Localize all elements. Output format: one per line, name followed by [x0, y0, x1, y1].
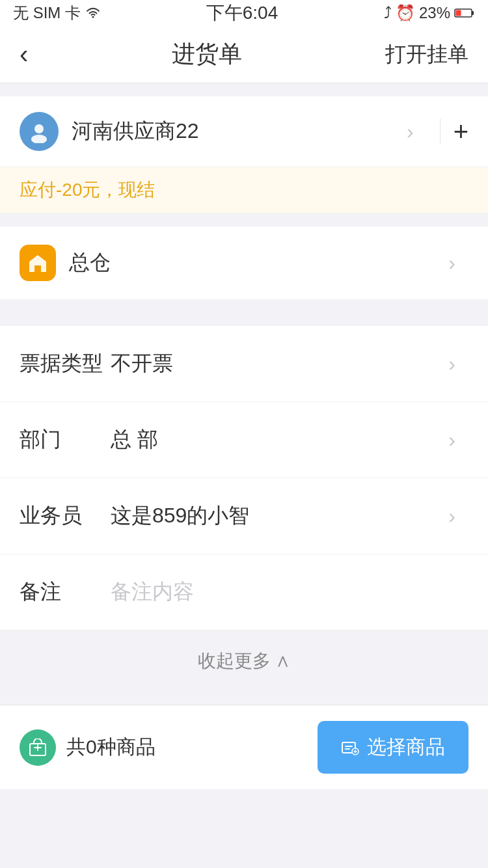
svg-rect-1: [472, 11, 474, 15]
battery-percent: 23%: [419, 4, 450, 22]
supplier-chevron-icon: ›: [407, 120, 414, 144]
sales-row[interactable]: 业务员 这是859的小智 ›: [0, 478, 488, 554]
sales-chevron-icon: ›: [448, 504, 455, 528]
remark-row[interactable]: 备注 备注内容: [0, 554, 488, 631]
invoice-value: 不开票: [111, 349, 448, 378]
form-section: 票据类型 不开票 › 部门 总 部 › 业务员 这是859的小智 › 备注 备注…: [0, 326, 488, 631]
svg-rect-2: [456, 10, 461, 16]
status-time: 下午6:04: [206, 1, 278, 25]
supplier-section: 河南供应商22 › + 应付-20元，现结: [0, 96, 488, 213]
svg-rect-5: [34, 265, 41, 272]
open-pending-button[interactable]: 打开挂单: [385, 40, 468, 69]
supplier-avatar: [20, 112, 59, 151]
warehouse-name: 总仓: [69, 249, 448, 277]
location-icon: ⤴: [384, 4, 392, 22]
divider-1: [0, 213, 488, 226]
svg-point-3: [34, 124, 44, 133]
invoice-label: 票据类型: [20, 349, 111, 378]
collapse-row[interactable]: 收起更多 ∧: [0, 631, 488, 692]
select-btn-label: 选择商品: [367, 734, 445, 761]
remark-input[interactable]: 备注内容: [111, 578, 468, 606]
battery-icon: [454, 4, 475, 22]
status-bar: 无 SIM 卡 下午6:04 ⤴ ⏰ 23%: [0, 0, 488, 26]
warehouse-chevron-icon: ›: [448, 251, 455, 275]
wifi-icon: [86, 4, 100, 22]
warehouse-row[interactable]: 总仓 ›: [0, 226, 488, 300]
top-divider: [0, 83, 488, 96]
sim-label: 无 SIM 卡: [13, 3, 81, 23]
page-title: 进货单: [172, 38, 242, 70]
bottom-content: [0, 789, 488, 868]
status-right: ⤴ ⏰ 23%: [384, 4, 475, 22]
invoice-row[interactable]: 票据类型 不开票 ›: [0, 326, 488, 402]
status-left: 无 SIM 卡: [13, 3, 100, 23]
divider-2: [0, 300, 488, 313]
alarm-icon: ⏰: [396, 4, 415, 22]
dept-label: 部门: [20, 426, 111, 454]
product-icon: [20, 729, 56, 766]
vertical-divider: [440, 118, 441, 144]
back-button[interactable]: ‹: [20, 40, 28, 69]
add-button[interactable]: +: [454, 117, 468, 146]
collapse-text: 收起更多 ∧: [198, 649, 291, 673]
sales-label: 业务员: [20, 502, 111, 530]
notice-banner: 应付-20元，现结: [0, 167, 488, 213]
nav-bar: ‹ 进货单 打开挂单: [0, 26, 488, 83]
remark-label: 备注: [20, 578, 111, 606]
select-product-button[interactable]: 选择商品: [318, 721, 468, 774]
dept-chevron-icon: ›: [448, 428, 455, 452]
warehouse-section: 总仓 ›: [0, 226, 488, 300]
dept-value: 总 部: [111, 426, 448, 454]
supplier-name: 河南供应商22: [72, 117, 407, 146]
sales-value: 这是859的小智: [111, 502, 448, 530]
product-count-text: 共0种商品: [66, 734, 156, 761]
product-count-area: 共0种商品: [20, 729, 156, 766]
invoice-chevron-icon: ›: [448, 352, 455, 376]
svg-point-4: [31, 135, 47, 143]
dept-row[interactable]: 部门 总 部 ›: [0, 402, 488, 478]
notice-text: 应付-20元，现结: [20, 180, 155, 200]
warehouse-icon: [20, 245, 56, 281]
supplier-row[interactable]: 河南供应商22 › +: [0, 96, 488, 167]
bottom-bar: 共0种商品 选择商品: [0, 705, 488, 789]
